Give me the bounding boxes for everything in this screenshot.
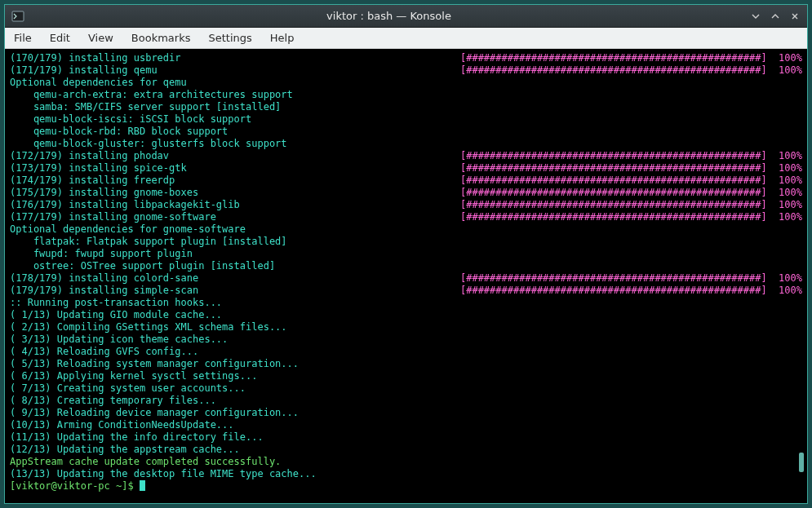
install-line: (175/179) installing gnome-boxes[#######…: [10, 187, 802, 199]
install-line: (172/179) installing phodav[############…: [10, 150, 802, 162]
install-line: (177/179) installing gnome-software[####…: [10, 211, 802, 223]
install-line: (170/179) installing usbredir[##########…: [10, 52, 802, 64]
terminal-line: :: Running post-transaction hooks...: [10, 297, 802, 309]
terminal-line: ( 1/13) Updating GIO module cache...: [10, 309, 802, 321]
terminal-line: Optional dependencies for gnome-software: [10, 223, 802, 236]
terminal-line: ( 5/13) Reloading system manager configu…: [10, 358, 802, 370]
scrollbar[interactable]: [799, 453, 804, 472]
window-title: viktor : bash — Konsole: [31, 10, 747, 22]
menu-edit[interactable]: Edit: [41, 29, 79, 47]
terminal-line: ( 8/13) Creating temporary files...: [10, 395, 802, 407]
terminal-line: (11/13) Updating the info directory file…: [10, 431, 802, 444]
terminal-line: flatpak: Flatpak support plugin [install…: [10, 236, 802, 248]
terminal-line: qemu-block-gluster: glusterfs block supp…: [10, 138, 802, 150]
maximize-button[interactable]: [766, 8, 784, 24]
terminal-line: ( 4/13) Reloading GVFS config...: [10, 346, 802, 358]
install-line: (179/179) installing simple-scan[#######…: [10, 285, 802, 297]
svg-rect-0: [12, 11, 24, 21]
terminal-line: ostree: OSTree support plugin [installed…: [10, 260, 802, 272]
menu-file[interactable]: File: [5, 29, 41, 47]
terminal-line: (10/13) Arming ConditionNeedsUpdate...: [10, 419, 802, 431]
konsole-window: viktor : bash — Konsole File Edit View B…: [4, 4, 808, 504]
close-button[interactable]: [786, 8, 804, 24]
terminal-line: (13/13) Updating the desktop file MIME t…: [10, 468, 802, 480]
titlebar[interactable]: viktor : bash — Konsole: [5, 5, 807, 28]
cursor: [140, 480, 145, 491]
terminal-line: fwupd: fwupd support plugin: [10, 248, 802, 260]
terminal-line: samba: SMB/CIFS server support [installe…: [10, 101, 802, 113]
prompt-line[interactable]: [viktor@viktor-pc ~]$: [10, 480, 802, 493]
terminal-line: qemu-block-rbd: RBD block support: [10, 126, 802, 138]
terminal-line: qemu-block-iscsi: iSCSI block support: [10, 113, 802, 126]
install-line: (178/179) installing colord-sane[#######…: [10, 272, 802, 285]
menu-settings[interactable]: Settings: [199, 29, 260, 47]
terminal-line: ( 9/13) Reloading device manager configu…: [10, 407, 802, 419]
menubar: File Edit View Bookmarks Settings Help: [5, 28, 807, 49]
window-controls: [747, 8, 807, 24]
terminal-line: Optional dependencies for qemu: [10, 77, 802, 89]
terminal-line: (12/13) Updating the appstream cache...: [10, 444, 802, 456]
install-line: (174/179) installing freerdp[###########…: [10, 174, 802, 187]
terminal-line: ( 2/13) Compiling GSettings XML schema f…: [10, 321, 802, 334]
konsole-app-icon: [10, 8, 26, 24]
terminal-line: qemu-arch-extra: extra architectures sup…: [10, 89, 802, 101]
terminal-line: ( 7/13) Creating system user accounts...: [10, 382, 802, 395]
install-line: (171/179) installing qemu[##############…: [10, 64, 802, 77]
terminal-line: AppStream cache update completed success…: [10, 456, 802, 468]
terminal-line: ( 3/13) Updating icon theme caches...: [10, 334, 802, 346]
menu-bookmarks[interactable]: Bookmarks: [122, 29, 200, 47]
install-line: (173/179) installing spice-gtk[#########…: [10, 162, 802, 174]
menu-help[interactable]: Help: [261, 29, 304, 47]
terminal-output[interactable]: (170/179) installing usbredir[##########…: [5, 49, 807, 503]
terminal-line: ( 6/13) Applying kernel sysctl settings.…: [10, 370, 802, 382]
install-line: (176/179) installing libpackagekit-glib[…: [10, 199, 802, 211]
menu-view[interactable]: View: [79, 29, 122, 47]
minimize-button[interactable]: [747, 8, 765, 24]
